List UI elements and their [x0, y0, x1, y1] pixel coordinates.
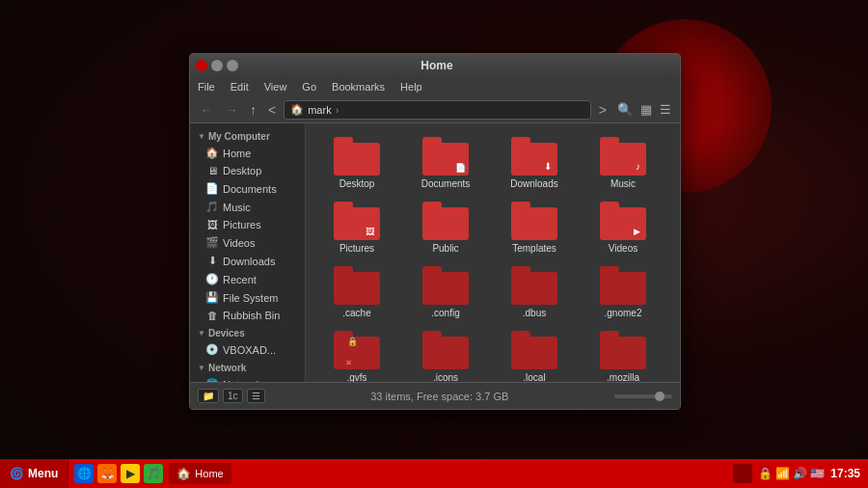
shield-icon: 🔒 — [758, 467, 773, 480]
file-item-mozilla[interactable]: .mozilla — [580, 325, 666, 382]
sidebar-item-vboxad[interactable]: 💿 VBOXAD... — [190, 340, 305, 359]
downloads-icon: ⬇ — [205, 255, 219, 267]
zoom-slider[interactable] — [614, 394, 672, 398]
chevron-right-icon: › — [336, 104, 339, 116]
taskbar-app-4[interactable]: 🎵 — [144, 464, 163, 483]
window-controls — [196, 60, 238, 71]
file-item-gvfs[interactable]: 🔒 ✕ .gvfs — [313, 325, 400, 382]
menu-edit[interactable]: Edit — [227, 81, 253, 93]
sidebar-section-my-computer[interactable]: ▼ My Computer — [190, 127, 305, 144]
file-item-templates[interactable]: Templates — [491, 196, 578, 258]
menu-icon: 🌀 — [10, 467, 24, 480]
sidebar-item-videos[interactable]: 🎬 Videos — [190, 233, 305, 252]
view-controls: 🔍 ▦ ☰ — [614, 100, 674, 119]
sys-tray-icons: 🔒 📶 🔊 🇺🇸 — [758, 467, 825, 480]
filesystem-icon: 💾 — [205, 291, 219, 304]
file-item-documents[interactable]: 📄 Documents — [402, 131, 489, 194]
videos-icon: 🎬 — [205, 236, 219, 249]
taskbar-system-tray: 🔒 📶 🔊 🇺🇸 17:35 — [725, 464, 868, 483]
file-item-cache[interactable]: .cache — [313, 260, 400, 323]
file-item-config[interactable]: .config — [402, 260, 489, 323]
back-button[interactable]: ← — [196, 100, 217, 120]
minimize-button[interactable] — [211, 60, 223, 71]
collapse-icon: ▼ — [198, 364, 205, 372]
taskbar-open-window[interactable]: 🏠 Home — [169, 463, 231, 484]
collapse-icon: ▼ — [198, 132, 205, 141]
file-grid: Desktop 📄 Documents ⬇ — [306, 123, 680, 382]
taskbar-app-2[interactable]: 🦊 — [97, 464, 117, 483]
sidebar: ▼ My Computer 🏠 Home 🖥 Desktop 📄 Documen… — [190, 123, 306, 382]
file-item-gnome2[interactable]: .gnome2 — [580, 260, 666, 323]
file-manager-window: Home File Edit View Go Bookmarks Help ← … — [189, 53, 681, 410]
zoom-handle[interactable] — [655, 392, 665, 401]
network-label: Network — [208, 363, 246, 373]
drive-icon: 💿 — [205, 343, 219, 356]
open-window-label: Home — [195, 468, 223, 479]
sidebar-item-pictures[interactable]: 🖼 Pictures — [190, 216, 305, 233]
list-view-button[interactable]: ☰ — [657, 100, 674, 119]
next-location-button[interactable]: > — [595, 100, 610, 120]
file-item-public[interactable]: Public — [402, 196, 489, 258]
file-item-music[interactable]: ♪ Music — [580, 131, 666, 194]
volume-icon: 🔊 — [793, 467, 807, 480]
main-content: ▼ My Computer 🏠 Home 🖥 Desktop 📄 Documen… — [190, 123, 680, 382]
file-item-dbus[interactable]: .dbus — [491, 260, 578, 323]
search-button[interactable]: 🔍 — [614, 100, 636, 119]
menu-file[interactable]: File — [194, 81, 219, 93]
file-item-icons[interactable]: .icons — [402, 325, 489, 382]
sidebar-item-home[interactable]: 🏠 Home — [190, 144, 305, 162]
recent-icon: 🕐 — [205, 273, 219, 285]
menu-view[interactable]: View — [260, 81, 291, 93]
documents-icon: 📄 — [205, 182, 219, 195]
sidebar-item-music[interactable]: 🎵 Music — [190, 198, 305, 216]
file-item-pictures[interactable]: 🖼 Pictures — [313, 196, 400, 258]
maximize-button[interactable] — [227, 60, 238, 71]
sidebar-item-documents[interactable]: 📄 Documents — [190, 179, 305, 198]
window-title: Home — [238, 59, 636, 72]
rubbish-icon: 🗑 — [205, 310, 219, 321]
title-bar: Home — [190, 54, 680, 77]
icon-view-button[interactable]: ▦ — [637, 100, 655, 119]
file-item-desktop[interactable]: Desktop — [313, 131, 400, 194]
sidebar-item-network[interactable]: 🌐 Network — [190, 375, 305, 382]
home-icon: 🏠 — [290, 103, 304, 116]
status-icons: 📁 1c ☰ — [198, 389, 265, 403]
taskbar-app-3[interactable]: ▶ — [121, 464, 140, 483]
desktop-icon: 🖥 — [205, 165, 219, 176]
menu-label: Menu — [28, 467, 58, 480]
up-button[interactable]: ↑ — [246, 100, 260, 120]
sidebar-item-downloads[interactable]: ⬇ Downloads — [190, 252, 305, 270]
taskbar-quick-launch: 🌐 🦊 ▶ 🎵 — [68, 464, 169, 483]
sidebar-item-desktop[interactable]: 🖥 Desktop — [190, 162, 305, 179]
taskbar: 🌀 Menu 🌐 🦊 ▶ 🎵 🏠 Home 🔒 📶 🔊 🇺🇸 17:35 — [0, 459, 868, 488]
prev-location-button[interactable]: < — [264, 100, 280, 120]
home-icon: 🏠 — [176, 467, 191, 480]
desktop: Home File Edit View Go Bookmarks Help ← … — [0, 0, 868, 488]
menu-bar: File Edit View Go Bookmarks Help — [190, 77, 680, 96]
sidebar-item-rubbish[interactable]: 🗑 Rubbish Bin — [190, 307, 305, 324]
sidebar-section-devices[interactable]: ▼ Devices — [190, 324, 305, 340]
sidebar-section-network[interactable]: ▼ Network — [190, 359, 305, 375]
menu-go[interactable]: Go — [298, 81, 320, 93]
flag-icon: 🇺🇸 — [810, 467, 825, 480]
my-computer-label: My Computer — [208, 131, 270, 142]
sidebar-item-recent[interactable]: 🕐 Recent — [190, 270, 305, 288]
forward-button[interactable]: → — [221, 100, 242, 120]
file-item-downloads[interactable]: ⬇ Downloads — [491, 131, 578, 194]
menu-bookmarks[interactable]: Bookmarks — [328, 81, 389, 93]
status-text: 33 items, Free space: 3.7 GB — [273, 391, 607, 402]
file-item-local[interactable]: .local — [491, 325, 578, 382]
pictures-icon: 🖼 — [205, 219, 219, 230]
devices-label: Devices — [208, 328, 245, 339]
list-view-button[interactable]: ☰ — [247, 389, 265, 403]
taskbar-app-1[interactable]: 🌐 — [74, 464, 94, 483]
file-item-videos[interactable]: ▶ Videos — [580, 196, 666, 258]
icon-size-button[interactable]: 1c — [223, 389, 243, 403]
menu-help[interactable]: Help — [396, 81, 426, 93]
new-folder-button[interactable]: 📁 — [198, 389, 219, 403]
start-menu-button[interactable]: 🌀 Menu — [0, 459, 68, 488]
close-button[interactable] — [196, 60, 207, 71]
network-icon: 📶 — [775, 467, 790, 480]
sidebar-item-filesystem[interactable]: 💾 File System — [190, 288, 305, 307]
network-status-box[interactable] — [733, 464, 752, 483]
